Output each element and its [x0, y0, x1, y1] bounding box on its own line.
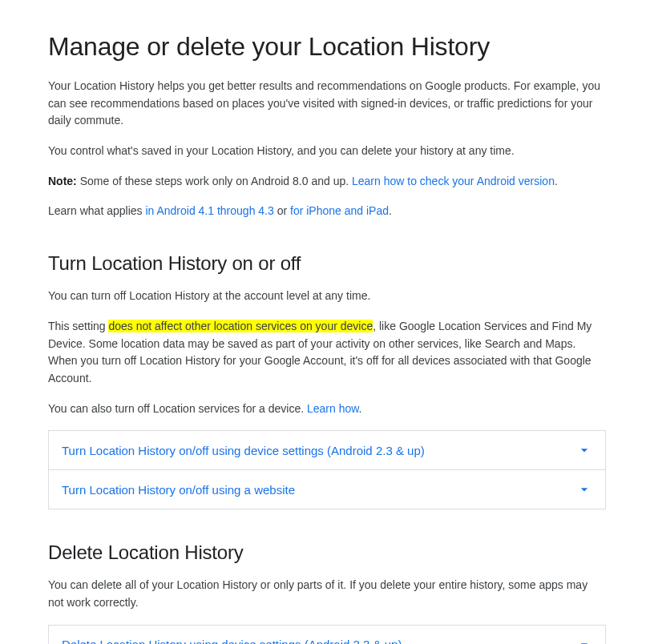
- learn-how-link[interactable]: Learn how: [307, 402, 359, 415]
- chevron-down-icon: [576, 481, 592, 497]
- learn-prefix: Learn what applies: [48, 204, 145, 217]
- accordion-item-turn-device[interactable]: Turn Location History on/off using devic…: [49, 431, 605, 470]
- note-period: .: [555, 175, 558, 187]
- section-heading-turn: Turn Location History on or off: [48, 252, 606, 275]
- section1-p1: You can turn off Location History at the…: [48, 288, 606, 305]
- intro-paragraph-1: Your Location History helps you get bett…: [48, 78, 606, 130]
- accordion-turn: Turn Location History on/off using devic…: [48, 430, 606, 509]
- note-text: Some of these steps work only on Android…: [77, 175, 352, 187]
- p3-period: .: [359, 402, 362, 415]
- iphone-ipad-link[interactable]: for iPhone and iPad: [290, 204, 389, 217]
- note-paragraph: Note: Some of these steps work only on A…: [48, 173, 606, 191]
- learn-paragraph: Learn what applies in Android 4.1 throug…: [48, 203, 606, 220]
- p2-prefix: This setting: [48, 320, 108, 332]
- accordion-item-delete-device[interactable]: Delete Location History using device set…: [49, 626, 605, 644]
- accordion-delete: Delete Location History using device set…: [48, 625, 606, 644]
- note-label: Note:: [48, 175, 77, 187]
- accordion-label: Turn Location History on/off using a web…: [62, 483, 295, 497]
- accordion-item-turn-website[interactable]: Turn Location History on/off using a web…: [49, 470, 605, 509]
- p2-highlight: does not affect other location services …: [108, 320, 373, 332]
- section1-p2: This setting does not affect other locat…: [48, 318, 606, 388]
- section-heading-delete: Delete Location History: [48, 541, 606, 564]
- section1-p3: You can also turn off Location services …: [48, 400, 606, 418]
- android-version-link[interactable]: Learn how to check your Android version: [352, 175, 555, 187]
- chevron-down-icon: [576, 637, 592, 644]
- android-older-link[interactable]: in Android 4.1 through 4.3: [145, 204, 273, 217]
- page-title: Manage or delete your Location History: [48, 32, 606, 62]
- section2-p1: You can delete all of your Location Hist…: [48, 577, 606, 611]
- p3-text: You can also turn off Location services …: [48, 402, 307, 415]
- accordion-label: Turn Location History on/off using devic…: [62, 444, 425, 457]
- learn-mid: or: [274, 204, 290, 217]
- intro-paragraph-2: You control what's saved in your Locatio…: [48, 143, 606, 160]
- chevron-down-icon: [576, 442, 592, 458]
- accordion-label: Delete Location History using device set…: [62, 638, 402, 644]
- learn-period: .: [389, 204, 392, 217]
